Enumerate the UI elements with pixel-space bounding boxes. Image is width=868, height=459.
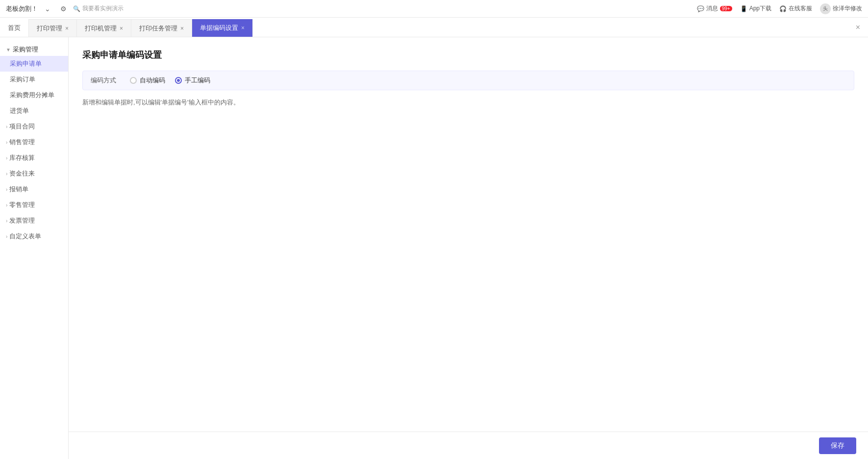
tab-print-manage-close[interactable]: × [65,25,69,32]
chevron-right-icon: › [6,218,7,224]
encoding-row: 编码方式 自动编码 手工编码 [82,71,854,90]
tab-print-task-manage[interactable]: 打印任务管理 × [131,19,192,37]
radio-group: 自动编码 手工编码 [130,76,210,85]
tab-bar-close-all[interactable]: × [856,23,860,32]
sidebar-group-retail[interactable]: › 零售管理 [0,197,68,213]
page-title: 采购申请单编码设置 [82,49,854,61]
content-area: 采购申请单编码设置 编码方式 自动编码 手工编码 新增和编辑单据时,可以编辑'单… [69,37,868,459]
content-inner: 采购申请单编码设置 编码方式 自动编码 手工编码 新增和编辑单据时,可以编辑'单… [69,37,868,432]
message-badge: 99+ [720,6,732,11]
sidebar-group-returns[interactable]: › 报销单 [0,181,68,197]
chevron-right-icon: › [6,171,7,177]
message-button[interactable]: 💬 消息 99+ [697,4,732,13]
tab-printer-manage[interactable]: 打印机管理 × [77,19,131,37]
sidebar-group-retail-label: 零售管理 [9,201,35,209]
sidebar: ▼ 采购管理 采购申请单 采购订单 采购费用分摊单 进货单 › 项目合同 › 销… [0,37,69,459]
encoding-label: 编码方式 [91,76,120,85]
search-text: 我要看实例演示 [82,4,124,13]
tab-print-manage[interactable]: 打印管理 × [29,19,77,37]
sidebar-group-inventory[interactable]: › 库存核算 [0,150,68,166]
headset-icon: 🎧 [779,5,787,12]
content-footer: 保存 [69,432,868,459]
tab-printer-manage-close[interactable]: × [120,25,123,32]
sidebar-group-capital[interactable]: › 资金往来 [0,166,68,181]
auto-encode-label: 自动编码 [140,76,165,85]
auto-encode-radio[interactable] [130,77,137,84]
tab-print-task-manage-label: 打印任务管理 [139,24,177,33]
chevron-right-icon: › [6,234,7,239]
sidebar-group-invoice-label: 发票管理 [9,216,35,225]
top-bar: 老板勿割！ ⌄ ⚙ 🔍 我要看实例演示 💬 消息 99+ 📱 App下载 🎧 在… [0,0,868,18]
sidebar-item-purchase-expense-label: 采购费用分摊单 [10,91,54,100]
tab-single-code-setting[interactable]: 单据编码设置 × [192,19,253,37]
manual-encode-option[interactable]: 手工编码 [175,76,210,85]
sidebar-group-purchase[interactable]: ▼ 采购管理 [0,41,68,56]
save-button[interactable]: 保存 [819,437,856,454]
sidebar-group-purchase-label: 采购管理 [13,45,38,54]
sidebar-item-purchase-order[interactable]: 采购订单 [0,72,68,87]
avatar: 头 [820,3,831,14]
sidebar-group-project-contract-label: 项目合同 [9,122,35,131]
sidebar-group-sales-manage-label: 销售管理 [9,138,35,147]
download-icon: 📱 [740,5,747,12]
tab-home-label: 首页 [8,24,21,32]
sidebar-group-invoice[interactable]: › 发票管理 [0,213,68,229]
tab-home[interactable]: 首页 [0,19,29,37]
settings-icon[interactable]: ⚙ [57,3,69,15]
main-layout: ▼ 采购管理 采购申请单 采购订单 采购费用分摊单 进货单 › 项目合同 › 销… [0,37,868,459]
chevron-down-icon[interactable]: ⌄ [42,3,53,15]
sidebar-item-purchase-request[interactable]: 采购申请单 [0,56,68,72]
tab-bar: 首页 打印管理 × 打印机管理 × 打印任务管理 × 单据编码设置 × × [0,18,868,37]
chevron-right-icon: › [6,155,7,161]
app-download-button[interactable]: 📱 App下载 [740,4,771,13]
user-profile[interactable]: 头 徐泽华修改 [820,3,862,14]
sidebar-item-purchase-request-label: 采购申请单 [10,59,42,68]
search-icon: 🔍 [73,5,80,12]
online-service-button[interactable]: 🎧 在线客服 [779,4,812,13]
search-bar[interactable]: 🔍 我要看实例演示 [73,4,124,13]
sidebar-group-project-contract[interactable]: › 项目合同 [0,119,68,134]
top-bar-right: 💬 消息 99+ 📱 App下载 🎧 在线客服 头 徐泽华修改 [697,3,862,14]
tab-print-task-manage-close[interactable]: × [180,25,184,32]
message-label: 消息 [706,4,718,13]
manual-encode-radio[interactable] [175,77,182,84]
tab-single-code-setting-label: 单据编码设置 [200,24,238,32]
hint-text: 新增和编辑单据时,可以编辑'单据编号'输入框中的内容。 [82,98,854,107]
sidebar-item-stock-in[interactable]: 进货单 [0,103,68,119]
sidebar-group-returns-label: 报销单 [9,185,28,194]
sidebar-group-custom-forms-label: 自定义表单 [9,232,41,241]
app-logo: 老板勿割！ [6,4,38,13]
chevron-right-icon: › [6,203,7,208]
sidebar-group-sales-manage[interactable]: › 销售管理 [0,134,68,150]
chevron-right-icon: › [6,140,7,145]
manual-encode-label: 手工编码 [185,76,210,85]
sidebar-group-inventory-label: 库存核算 [9,153,35,162]
sidebar-group-capital-label: 资金往来 [9,169,35,178]
tab-single-code-setting-close[interactable]: × [241,25,245,31]
top-bar-left: 老板勿割！ ⌄ ⚙ 🔍 我要看实例演示 [6,3,124,15]
app-download-label: App下载 [749,4,771,13]
message-icon: 💬 [697,5,704,12]
auto-encode-option[interactable]: 自动编码 [130,76,165,85]
chevron-right-icon: › [6,124,7,129]
sidebar-item-purchase-order-label: 采购订单 [10,75,35,84]
sidebar-item-stock-in-label: 进货单 [10,106,29,115]
tab-printer-manage-label: 打印机管理 [85,24,117,33]
sidebar-group-custom-forms[interactable]: › 自定义表单 [0,229,68,244]
chevron-right-icon: › [6,187,7,192]
tab-print-manage-label: 打印管理 [37,24,62,33]
online-service-label: 在线客服 [789,4,812,13]
sidebar-item-purchase-expense[interactable]: 采购费用分摊单 [0,87,68,103]
chevron-down-icon: ▼ [6,47,11,52]
user-name: 徐泽华修改 [833,4,862,13]
